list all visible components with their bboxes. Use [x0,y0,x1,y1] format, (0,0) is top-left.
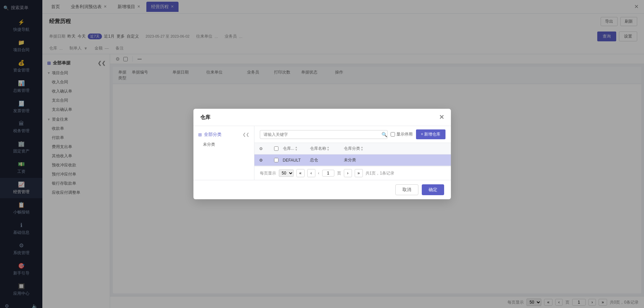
modal-td-settings: ⚙ [258,155,271,165]
modal-close-button[interactable]: ✕ [439,114,444,121]
modal-th-checkbox [271,143,282,154]
modal-next-page-btn[interactable]: › [344,169,352,177]
modal-page-input[interactable] [322,170,334,177]
category-unclassified[interactable]: 未分类 [193,140,254,149]
row-checkbox[interactable] [274,158,278,162]
add-warehouse-button[interactable]: + 新增仓库 [416,129,445,139]
show-disabled-checkbox-label: 显示停用 [391,131,413,137]
modal-search-button[interactable]: 🔍 [381,132,387,137]
settings-col-icon[interactable]: ⚙ [259,146,263,151]
collapse-modal-btn[interactable]: ❮❮ [243,132,249,137]
modal-search-input[interactable] [260,130,388,139]
modal-th-category[interactable]: 仓库分类 ▲▼ [342,143,383,154]
modal-table-panel: 🔍 显示停用 + 新增仓库 ⚙ 仓库... [254,126,451,180]
modal-toolbar: 🔍 显示停用 + 新增仓库 [254,126,451,143]
category-all-label: 全部分类 [204,131,222,138]
modal-td-checkbox [271,155,282,165]
modal-first-page-btn[interactable]: « [296,169,305,177]
sort-arrows-category: ▲▼ [361,146,363,151]
sort-arrows-code: ▲▼ [295,146,298,151]
modal-body: ⊞ 全部分类 ❮❮ 未分类 🔍 显示停用 + 新增仓库 [193,126,451,180]
category-all-header[interactable]: ⊞ 全部分类 ❮❮ [193,129,254,140]
modal-table-body: ⚙ DEFAULT 总仓 未分类 [254,155,451,166]
modal-page-label-pre: ‹ [318,171,319,176]
modal-footer-bar: 每页显示 50 « ‹ ‹ 页 › » 共1页，1条记录 [254,166,451,180]
modal-table-row[interactable]: ⚙ DEFAULT 总仓 未分类 [254,155,451,166]
modal-td-name: 总仓 [309,155,342,166]
modal-overlay[interactable]: 仓库 ✕ ⊞ 全部分类 ❮❮ 未分类 🔍 [0,0,644,308]
modal-th-code[interactable]: 仓库... ▲▼ [282,143,309,154]
modal-per-page-select[interactable]: 50 [279,169,294,177]
modal-header: 仓库 ✕ [193,109,451,126]
warehouse-modal: 仓库 ✕ ⊞ 全部分类 ❮❮ 未分类 🔍 [193,109,451,199]
modal-th-settings: ⚙ [258,143,271,154]
row-settings-icon[interactable]: ⚙ [259,158,263,163]
modal-per-page-label: 每页显示 [260,170,276,176]
modal-page-label: 页 [337,170,341,176]
modal-prev-page-btn[interactable]: ‹ [307,169,315,177]
modal-td-code: DEFAULT [282,155,309,165]
modal-td-category: 未分类 [342,155,383,166]
modal-table-header: ⚙ 仓库... ▲▼ 仓库名称 ▲▼ 仓库分类 ▲▼ [254,143,451,155]
modal-th-name[interactable]: 仓库名称 ▲▼ [309,143,342,154]
modal-actions: 取消 确定 [193,180,451,199]
modal-last-page-btn[interactable]: » [355,169,363,177]
sort-arrows-name: ▲▼ [327,146,330,151]
modal-total-label: 共1页，1条记录 [366,170,394,176]
modal-select-all[interactable] [274,146,278,151]
show-disabled-label: 显示停用 [396,131,413,137]
modal-confirm-button[interactable]: 确定 [422,184,444,195]
grid-icon-modal: ⊞ [198,132,202,137]
modal-category-panel: ⊞ 全部分类 ❮❮ 未分类 [193,126,254,180]
modal-cancel-button[interactable]: 取消 [395,184,418,195]
modal-title: 仓库 [200,114,210,121]
show-disabled-checkbox[interactable] [391,132,395,137]
